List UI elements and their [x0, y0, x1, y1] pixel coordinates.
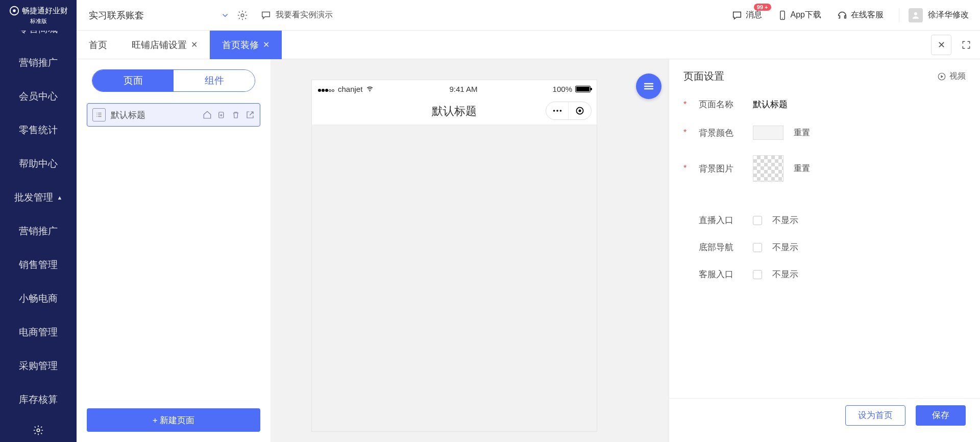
- messages-badge: 99 +: [754, 4, 771, 11]
- svg-point-10: [556, 110, 558, 112]
- required-mark: *: [683, 164, 689, 173]
- svg-point-9: [553, 110, 555, 112]
- share-icon[interactable]: [246, 110, 255, 119]
- signal-icon: [318, 85, 335, 93]
- close-icon: ✕: [938, 39, 945, 51]
- field-label: 页面名称: [699, 99, 743, 110]
- field-label: 背景图片: [699, 163, 743, 175]
- bottom-nav-checkbox[interactable]: [753, 243, 762, 252]
- nav-inventory[interactable]: 库存核算: [0, 383, 77, 416]
- nav-label: 营销推广: [19, 225, 58, 238]
- target-icon: [575, 106, 585, 116]
- required-mark: *: [683, 128, 689, 137]
- nav-label: 小畅电商: [19, 292, 58, 305]
- user-menu[interactable]: 徐泽华修改: [899, 8, 969, 22]
- fullscreen-button[interactable]: [959, 37, 974, 53]
- bg-color-reset[interactable]: 重置: [794, 128, 810, 138]
- close-icon[interactable]: ✕: [263, 40, 270, 50]
- field-label: 客服入口: [699, 268, 743, 280]
- nav-ec-manage[interactable]: 电商管理: [0, 315, 77, 349]
- account-selector[interactable]: 实习联系账套: [77, 9, 260, 21]
- nav-sub-sales[interactable]: 销售管理: [0, 248, 77, 282]
- nav-label: 采购管理: [19, 359, 58, 373]
- set-home-button[interactable]: 设为首页: [845, 405, 905, 426]
- nav-help-center[interactable]: 帮助中心: [0, 147, 77, 181]
- time-label: 9:41 AM: [449, 85, 477, 93]
- delete-icon[interactable]: [231, 110, 240, 119]
- home-icon[interactable]: [203, 110, 212, 119]
- carrier-label: chanjet: [338, 85, 362, 93]
- online-cs-label: 在线客服: [851, 10, 884, 20]
- required-mark: *: [683, 100, 689, 109]
- live-entry-checkbox[interactable]: [753, 216, 762, 225]
- chevron-down-icon: [220, 11, 230, 20]
- target-button[interactable]: [569, 102, 591, 120]
- row-page-name: * 页面名称: [683, 99, 966, 110]
- tab-home[interactable]: 首页: [77, 31, 119, 59]
- field-label: 背景颜色: [699, 127, 743, 139]
- cs-entry-checkbox[interactable]: [753, 270, 762, 279]
- svg-point-1: [13, 9, 16, 12]
- settings-title: 页面设置: [683, 69, 724, 83]
- segment-page-button[interactable]: 页面: [92, 70, 174, 91]
- demo-link[interactable]: 我要看实例演示: [260, 10, 333, 21]
- dots-icon: [552, 109, 563, 113]
- tab-shop-settings[interactable]: 旺铺店铺设置 ✕: [119, 31, 210, 59]
- checkbox-label: 不显示: [772, 214, 798, 226]
- nav-sub-marketing[interactable]: 营销推广: [0, 214, 77, 248]
- field-label: 底部导航: [699, 241, 743, 253]
- video-help-button[interactable]: 视频: [937, 71, 966, 82]
- brand-block: 畅捷通好业财 标准版: [0, 0, 77, 31]
- svg-point-6: [37, 429, 40, 432]
- nav-settings-button[interactable]: [0, 419, 77, 442]
- play-circle-icon: [937, 72, 946, 81]
- canvas-area: chanjet 9:41 AM 100% 默认标题: [271, 59, 669, 442]
- new-page-button[interactable]: + 新建页面: [87, 408, 260, 432]
- top-bar: 畅捷通好业财 标准版 实习联系账套 我要看实例演示 消息 99 + App下载 …: [0, 0, 980, 31]
- tab-label: 首页: [89, 39, 107, 51]
- app-download-button[interactable]: App下载: [777, 10, 821, 21]
- phone-canvas[interactable]: [312, 125, 597, 431]
- messages-button[interactable]: 消息 99 +: [731, 10, 762, 21]
- nav-xiaochang-ec[interactable]: 小畅电商: [0, 282, 77, 315]
- video-label: 视频: [949, 71, 966, 82]
- account-settings-button[interactable]: [237, 10, 248, 21]
- copy-icon[interactable]: [217, 110, 226, 119]
- battery-percent: 100%: [553, 85, 572, 93]
- tab-label: 旺铺店铺设置: [132, 39, 187, 51]
- expand-icon: [961, 40, 971, 50]
- nav-retail-mall[interactable]: 零售商城: [0, 31, 77, 46]
- nav-label: 营销推广: [19, 56, 58, 69]
- headset-icon: [837, 10, 848, 21]
- page-list-item[interactable]: 默认标题: [87, 103, 260, 127]
- bg-image-picker[interactable]: [753, 155, 783, 182]
- svg-point-4: [782, 18, 783, 19]
- phone-icon: [777, 10, 788, 21]
- left-panel: 页面 组件 默认标题 + 新建页面: [77, 59, 271, 442]
- checkbox-label: 不显示: [772, 241, 798, 253]
- battery-icon: [575, 86, 591, 92]
- nav-wholesale-expand[interactable]: 批发管理 ▲: [0, 181, 77, 214]
- bg-color-swatch[interactable]: [753, 126, 783, 140]
- page-name-input[interactable]: [753, 100, 865, 110]
- nav-purchase-manage[interactable]: 采购管理: [0, 349, 77, 383]
- page-item-title: 默认标题: [111, 109, 198, 121]
- bg-image-reset[interactable]: 重置: [794, 163, 810, 174]
- floating-menu-button[interactable]: [636, 73, 662, 99]
- nav-label: 零售统计: [19, 124, 58, 137]
- close-icon[interactable]: ✕: [191, 40, 198, 50]
- online-cs-button[interactable]: 在线客服: [837, 10, 884, 21]
- nav-marketing[interactable]: 营销推广: [0, 46, 77, 80]
- phone-title-bar: 默认标题: [312, 97, 597, 125]
- segment-component-button[interactable]: 组件: [174, 70, 255, 91]
- save-button[interactable]: 保存: [916, 405, 966, 426]
- gear-icon: [237, 10, 248, 21]
- nav-member-center[interactable]: 会员中心: [0, 80, 77, 113]
- nav-retail-stats[interactable]: 零售统计: [0, 113, 77, 147]
- tabs-row: 首页 旺铺店铺设置 ✕ 首页装修 ✕ ✕: [77, 31, 980, 59]
- tab-home-decor[interactable]: 首页装修 ✕: [210, 31, 282, 59]
- left-nav: 零售商城 营销推广 会员中心 零售统计 帮助中心 批发管理 ▲ 营销推广 销售管…: [0, 31, 77, 442]
- more-button[interactable]: [546, 102, 569, 120]
- tabs-close-all-button[interactable]: ✕: [931, 35, 951, 55]
- person-icon: [911, 11, 920, 20]
